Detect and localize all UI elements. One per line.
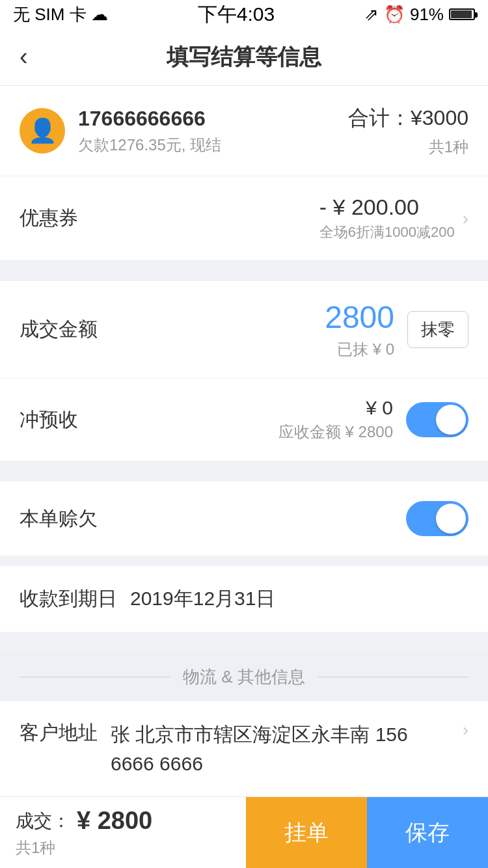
divider-line-right [318,677,468,677]
prepay-right: ¥ 0 应收金额 ¥ 2800 [278,397,468,442]
customer-info: 17666666666 欠款1276.35元, 现结 [78,107,221,156]
bottom-summary: 成交： ¥ 2800 共1种 [0,807,246,858]
address-content: 张 北京市市辖区海淀区永丰南 156 6666 6666 [111,720,456,778]
date-section: 收款到期日 2019年12月31日 [0,566,488,632]
prepay-amount: ¥ 0 [278,397,393,419]
address-label: 客户地址 [20,720,98,746]
page-title: 填写结算等信息 [167,42,321,72]
customer-card: 👤 17666666666 欠款1276.35元, 现结 合计：¥3000 共1… [0,86,488,176]
already-offset: 已抹 ¥ 0 [325,339,394,360]
status-time: 下午4:03 [198,1,275,28]
prepay-row: 冲预收 ¥ 0 应收金额 ¥ 2800 [0,379,488,461]
status-left: 无 SIM 卡 ☁ [13,3,108,26]
back-button[interactable]: ‹ [13,36,34,77]
avatar: 👤 [20,108,65,154]
battery-bar [449,8,475,20]
total-amount: 合计：¥3000 [348,104,468,133]
summary-line1: 成交： ¥ 2800 [16,807,230,835]
coupon-label: 优惠券 [20,205,78,232]
battery-fill [451,10,472,18]
transaction-row: 成交金额 2800 已抹 ¥ 0 抹零 [0,281,488,379]
alarm-icon: ⏰ [384,5,405,25]
customer-right: 合计：¥3000 共1种 [348,104,468,157]
status-bar: 无 SIM 卡 ☁ 下午4:03 ⇗ ⏰ 91% [0,0,488,29]
coupon-right: - ¥ 200.00 全场6折满1000减200 › [319,195,468,242]
customer-left: 👤 17666666666 欠款1276.35元, 现结 [20,107,221,156]
round-button[interactable]: 抹零 [407,311,468,348]
summary-count: 共1种 [16,837,230,858]
battery-text: 91% [410,5,444,25]
coupon-desc: 全场6折满1000减200 [319,223,455,242]
nav-bar: ‹ 填写结算等信息 [0,29,488,86]
customer-phone: 17666666666 [78,107,221,131]
toggle-knob [436,405,466,435]
summary-label: 成交： [16,809,70,834]
save-button[interactable]: 保存 [367,797,488,869]
date-value: 2019年12月31日 [130,586,275,612]
transaction-section: 成交金额 2800 已抹 ¥ 0 抹零 冲预收 ¥ 0 应收金额 ¥ 2800 [0,281,488,461]
debit-label: 本单赊欠 [20,506,98,532]
section-divider-2 [0,471,488,481]
address-chevron: › [463,720,468,740]
coupon-row[interactable]: 优惠券 - ¥ 200.00 全场6折满1000减200 › [0,176,488,260]
section-divider-3 [0,642,488,653]
location-icon: ⇗ [364,5,379,25]
prepay-toggle[interactable] [406,402,468,437]
sim-text: 无 SIM 卡 ☁ [13,3,108,26]
coupon-chevron: › [463,208,468,229]
status-right: ⇗ ⏰ 91% [364,5,475,25]
debit-toggle[interactable] [406,501,468,536]
divider-line-left [20,677,170,677]
summary-amount: ¥ 2800 [77,807,152,835]
total-count: 共1种 [348,137,468,157]
address-section[interactable]: 客户地址 张 北京市市辖区海淀区永丰南 156 6666 6666 › [0,701,488,796]
transaction-right: 2800 已抹 ¥ 0 抹零 [325,299,468,360]
logistics-divider: 物流 & 其他信息 [0,653,488,701]
content-area: 👤 17666666666 欠款1276.35元, 现结 合计：¥3000 共1… [0,86,488,868]
prepay-sub: 应收金额 ¥ 2800 [278,422,393,442]
suspend-button[interactable]: 挂单 [246,797,367,869]
date-label: 收款到期日 [20,586,117,612]
transaction-amount: 2800 [325,299,394,335]
section-divider-1 [0,271,488,281]
customer-sub: 欠款1276.35元, 现结 [78,135,221,156]
debit-section: 本单赊欠 [0,481,488,556]
prepay-label: 冲预收 [20,407,78,433]
transaction-label: 成交金额 [20,316,98,343]
logistics-text: 物流 & 其他信息 [183,666,305,688]
coupon-discount: - ¥ 200.00 [319,195,455,220]
debit-toggle-knob [436,504,466,534]
bottom-bar: 成交： ¥ 2800 共1种 挂单 保存 [0,796,488,868]
